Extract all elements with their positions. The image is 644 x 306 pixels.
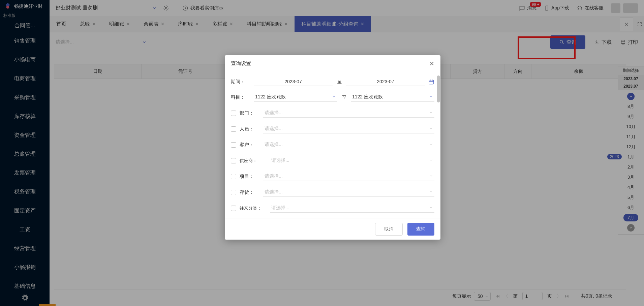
label-customer: 客户： [240, 142, 260, 148]
chevron-down-icon [429, 111, 433, 115]
select-category[interactable]: 请选择... [270, 204, 434, 213]
chevron-down-icon [429, 158, 433, 162]
check-vendor[interactable] [231, 158, 236, 163]
svg-rect-5 [429, 80, 434, 84]
label-vendor: 供应商： [240, 158, 267, 164]
chevron-down-icon [429, 190, 433, 194]
select-customer[interactable]: 请选择... [263, 140, 434, 149]
period-label: 期间： [231, 79, 250, 85]
cancel-button[interactable]: 取消 [375, 223, 403, 236]
modal-scrollbar[interactable] [437, 75, 440, 102]
period-to-input[interactable]: 2023-07 [346, 78, 425, 86]
to-label: 至 [341, 94, 347, 100]
check-category[interactable] [231, 206, 236, 211]
chevron-down-icon [332, 95, 336, 99]
label-category: 往来分类： [240, 205, 267, 211]
select-project[interactable]: 请选择... [263, 172, 434, 181]
subject-from-select[interactable]: 1122 应收账款 [254, 93, 337, 102]
chevron-down-icon [429, 174, 433, 178]
chevron-down-icon [429, 142, 433, 146]
chevron-down-icon [429, 95, 433, 99]
check-project[interactable] [231, 174, 236, 179]
calendar-icon[interactable] [428, 79, 434, 85]
ok-button[interactable]: 查询 [407, 223, 434, 236]
period-from-input[interactable]: 2023-07 [254, 78, 333, 86]
select-person[interactable]: 请选择... [263, 124, 434, 133]
to-label: 至 [336, 79, 343, 85]
modal-close-button[interactable]: ✕ [429, 60, 434, 67]
check-customer[interactable] [231, 142, 236, 148]
label-person: 人员： [240, 126, 260, 132]
chevron-down-icon [429, 126, 433, 130]
subject-label: 科目： [231, 94, 250, 100]
check-inventory[interactable] [231, 190, 236, 195]
select-vendor[interactable]: 请选择... [270, 156, 434, 165]
check-department[interactable] [231, 111, 236, 116]
query-settings-modal: 查询设置 ✕ 期间： 2023-07 至 2023-07 科目： 1122 应收… [225, 55, 440, 240]
label-inventory: 存货： [240, 189, 260, 195]
label-department: 部门： [240, 110, 260, 116]
label-project: 项目： [240, 174, 260, 180]
select-inventory[interactable]: 请选择... [263, 188, 434, 197]
subject-to-select[interactable]: 1122 应收账款 [351, 93, 434, 102]
select-department[interactable]: 请选择... [263, 109, 434, 118]
check-person[interactable] [231, 126, 236, 132]
chevron-down-icon [429, 206, 433, 210]
modal-title: 查询设置 [231, 60, 251, 67]
